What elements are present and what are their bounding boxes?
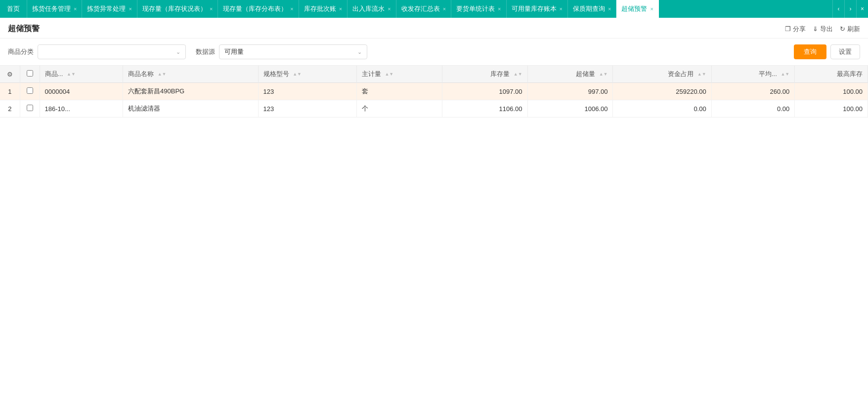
- tab-3[interactable]: 现存量（库存状况表） ×: [137, 0, 218, 18]
- share-icon: ❐: [785, 25, 791, 33]
- th-max[interactable]: 最高库存: [795, 66, 868, 83]
- cell-spec-1: 123: [258, 83, 356, 100]
- share-label: 分享: [793, 25, 806, 34]
- gear-icon: ⚙: [7, 71, 13, 78]
- tab-10-close[interactable]: ×: [608, 6, 611, 12]
- cell-over-1: 997.00: [527, 83, 613, 100]
- sort-name-icon: ▲▼: [158, 72, 167, 77]
- export-action[interactable]: ⇓ 导出: [813, 25, 833, 34]
- sort-over-icon: ▲▼: [599, 72, 608, 77]
- th-over[interactable]: 超储量 ▲▼: [527, 66, 613, 83]
- datasource-select-arrow: ⌄: [357, 49, 362, 55]
- tab-3-close[interactable]: ×: [210, 6, 213, 12]
- sort-code-icon: ▲▼: [67, 72, 76, 77]
- cell-stock-1: 1097.00: [442, 83, 527, 100]
- th-name[interactable]: 商品名称 ▲▼: [123, 66, 258, 83]
- tab-9[interactable]: 可用量库存账本 ×: [507, 0, 568, 18]
- refresh-action[interactable]: ↻ 刷新: [840, 25, 860, 34]
- cell-avg-1: 260.00: [711, 83, 795, 100]
- tab-4[interactable]: 现存量（库存分布表） ×: [218, 0, 299, 18]
- tab-6[interactable]: 出入库流水 ×: [347, 0, 396, 18]
- cell-name-1: 六配套新昌490BPG: [123, 83, 258, 100]
- cell-name-2: 机油滤清器: [123, 100, 258, 118]
- th-gear[interactable]: ⚙: [0, 66, 20, 83]
- cell-capital-2: 0.00: [613, 100, 711, 118]
- table-header-row: ⚙ 商品... ▲▼ 商品名称 ▲▼ 规格型号 ▲▼: [0, 66, 868, 83]
- cell-check-1[interactable]: [20, 83, 40, 100]
- cell-avg-2: 0.00: [711, 100, 795, 118]
- cell-stock-2: 1106.00: [442, 100, 527, 118]
- tab-10[interactable]: 保质期查询 ×: [568, 0, 616, 18]
- cell-num-2: 2: [0, 100, 20, 118]
- th-unit[interactable]: 主计量 ▲▼: [356, 66, 442, 83]
- nav-arrows: ‹ › ×: [832, 0, 868, 18]
- data-table: ⚙ 商品... ▲▼ 商品名称 ▲▼ 规格型号 ▲▼: [0, 66, 868, 118]
- cell-spec-2: 123: [258, 100, 356, 118]
- settings-button[interactable]: 设置: [830, 44, 860, 59]
- refresh-icon: ↻: [840, 25, 845, 33]
- tab-5[interactable]: 库存批次账 ×: [299, 0, 347, 18]
- tab-6-close[interactable]: ×: [388, 6, 391, 12]
- sort-avg-icon: ▲▼: [781, 72, 789, 77]
- filter-actions: 查询 设置: [794, 44, 860, 59]
- th-checkbox[interactable]: [20, 66, 40, 83]
- th-spec[interactable]: 规格型号 ▲▼: [258, 66, 356, 83]
- th-stock[interactable]: 库存量 ▲▼: [442, 66, 527, 83]
- filter-bar: 商品分类 ⌄ 数据源 可用量 ⌄ 查询 设置: [0, 39, 868, 66]
- cell-unit-2: 个: [356, 100, 442, 118]
- tab-2-close[interactable]: ×: [129, 6, 131, 12]
- category-select[interactable]: ⌄: [38, 44, 186, 59]
- tab-8-close[interactable]: ×: [498, 6, 501, 12]
- row-1-checkbox[interactable]: [27, 87, 33, 94]
- share-action[interactable]: ❐ 分享: [785, 25, 806, 34]
- category-select-arrow: ⌄: [176, 49, 180, 55]
- cell-over-2: 1006.00: [527, 100, 613, 118]
- category-filter: 商品分类 ⌄: [8, 44, 186, 59]
- th-avg[interactable]: 平均... ▲▼: [711, 66, 795, 83]
- category-label: 商品分类: [8, 47, 34, 56]
- nav-arrow-close[interactable]: ×: [856, 0, 868, 18]
- export-label: 导出: [820, 25, 833, 34]
- tab-1-close[interactable]: ×: [74, 6, 77, 12]
- tab-9-close[interactable]: ×: [560, 6, 563, 12]
- cell-unit-1: 套: [356, 83, 442, 100]
- tab-11-close[interactable]: ×: [650, 6, 653, 12]
- cell-max-2: 100.00: [795, 100, 868, 118]
- sort-spec-icon: ▲▼: [293, 72, 302, 77]
- sort-capital-icon: ▲▼: [697, 72, 706, 77]
- nav-arrow-left[interactable]: ‹: [832, 0, 844, 18]
- datasource-filter: 数据源 可用量 ⌄: [196, 44, 367, 59]
- table-row: 2 186-10... 机油滤清器 123 个: [0, 100, 868, 118]
- nav-arrow-right[interactable]: ›: [844, 0, 856, 18]
- th-code[interactable]: 商品... ▲▼: [40, 66, 123, 83]
- datasource-label: 数据源: [196, 47, 215, 56]
- datasource-select[interactable]: 可用量 ⌄: [219, 44, 367, 59]
- cell-num-1: 1: [0, 83, 20, 100]
- select-all-checkbox[interactable]: [27, 70, 33, 77]
- tab-11[interactable]: 超储预警 ×: [616, 0, 658, 18]
- query-button[interactable]: 查询: [794, 44, 826, 59]
- cell-max-1: 100.00: [795, 83, 868, 100]
- tab-8[interactable]: 要货单统计表 ×: [451, 0, 506, 18]
- page-header: 超储预警 ❐ 分享 ⇓ 导出 ↻ 刷新: [0, 18, 868, 39]
- cell-capital-1: 259220.00: [613, 83, 711, 100]
- page-title: 超储预警: [8, 24, 40, 34]
- export-icon: ⇓: [813, 25, 818, 33]
- row-2-checkbox[interactable]: [27, 105, 33, 111]
- nav-home[interactable]: 首页: [0, 0, 27, 18]
- page-content: 超储预警 ❐ 分享 ⇓ 导出 ↻ 刷新 商品分类 ⌄ 数据源: [0, 18, 868, 395]
- tab-2[interactable]: 拣货异常处理 ×: [82, 0, 137, 18]
- tab-7-close[interactable]: ×: [443, 6, 446, 12]
- table-container: ⚙ 商品... ▲▼ 商品名称 ▲▼ 规格型号 ▲▼: [0, 66, 868, 118]
- cell-code-1: 0000004: [40, 83, 123, 100]
- tab-1[interactable]: 拣货任务管理 ×: [27, 0, 82, 18]
- tab-5-close[interactable]: ×: [339, 6, 342, 12]
- th-capital[interactable]: 资金占用 ▲▼: [613, 66, 711, 83]
- tab-7[interactable]: 收发存汇总表 ×: [396, 0, 451, 18]
- cell-check-2[interactable]: [20, 100, 40, 118]
- top-nav: 首页 拣货任务管理 × 拣货异常处理 × 现存量（库存状况表） × 现存量（库存…: [0, 0, 868, 18]
- sort-stock-icon: ▲▼: [514, 72, 522, 77]
- tab-4-close[interactable]: ×: [290, 6, 293, 12]
- datasource-select-value: 可用量: [224, 47, 357, 56]
- sort-unit-icon: ▲▼: [385, 72, 393, 77]
